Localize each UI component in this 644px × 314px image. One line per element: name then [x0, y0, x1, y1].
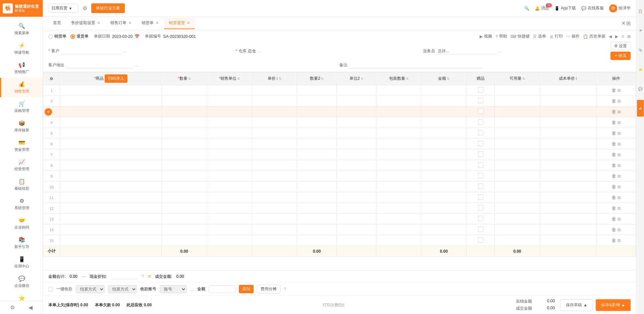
copy-row-icon[interactable]: ⧉ [618, 131, 621, 136]
right-panel-home[interactable]: 🏠 [637, 100, 644, 117]
price-cell[interactable] [252, 160, 297, 171]
unit-cell[interactable] [207, 192, 252, 203]
gift-checkbox[interactable] [478, 173, 483, 178]
price-cell[interactable] [252, 117, 297, 128]
price-cell[interactable] [252, 225, 297, 235]
search-menu-btn[interactable]: 🔍 [524, 6, 529, 11]
pkgqty-cell[interactable] [376, 139, 421, 149]
copy-row-icon[interactable]: ⧉ [618, 238, 621, 243]
copy-row-icon[interactable]: ⧉ [618, 206, 621, 211]
unit2-cell[interactable] [337, 192, 376, 203]
qty-cell[interactable] [162, 192, 207, 203]
sidebar-item-2[interactable]: 📢营销推广 [0, 58, 43, 78]
app-download-btn[interactable]: 📱 App下载 [554, 5, 576, 11]
qty2-cell[interactable] [297, 182, 337, 192]
message-btn[interactable]: 🔔 消息 70 [535, 5, 549, 11]
tab-home[interactable]: 首页 [48, 17, 66, 29]
pkgqty-cell[interactable] [376, 117, 421, 128]
amount-cell[interactable] [421, 149, 467, 160]
delete-row-icon[interactable]: 🗑 [611, 205, 616, 211]
copy-row-icon[interactable]: ⧉ [618, 174, 621, 179]
unit2-cell[interactable] [337, 182, 376, 192]
unit-cell[interactable] [207, 149, 252, 160]
online-service-btn[interactable]: 💬 在线客服 [581, 5, 604, 11]
product-cell[interactable] [60, 235, 162, 246]
collapse-icon[interactable]: ◀ [29, 304, 33, 311]
view-list-icon[interactable]: ≡ [622, 34, 624, 39]
unit-cell[interactable] [207, 96, 252, 107]
unit-cell[interactable] [207, 107, 252, 117]
qty-cell[interactable] [162, 149, 207, 160]
copy-row-icon[interactable]: ⧉ [618, 141, 621, 146]
calc-detail-select[interactable]: 结算方式 [108, 285, 137, 293]
gift-checkbox[interactable] [478, 151, 483, 157]
sidebar-item-14[interactable]: ⭐畅会员 [0, 292, 43, 301]
calc-method-select[interactable]: 结算方式 [76, 285, 105, 293]
unit-cell[interactable] [207, 160, 252, 171]
warehouse-dots[interactable]: … [257, 49, 261, 53]
copy-row-icon[interactable]: ⧉ [618, 216, 621, 222]
qty2-cell[interactable] [297, 117, 337, 128]
pkgqty-cell[interactable] [376, 225, 421, 235]
qty-cell[interactable] [162, 203, 207, 214]
unit-cell[interactable] [207, 225, 252, 235]
tab-sales-return[interactable]: 销货退货 ✕ [164, 17, 195, 29]
unit2-cell[interactable] [337, 85, 376, 96]
gift-cell[interactable] [467, 203, 495, 214]
gift-cell[interactable] [467, 235, 495, 246]
amount-cell[interactable] [421, 117, 467, 128]
print-action[interactable]: 🖨打印 [549, 34, 563, 39]
unit2-cell[interactable] [337, 235, 376, 246]
gift-checkbox[interactable] [478, 194, 483, 200]
close-all-tabs-btn[interactable]: ✕ [621, 20, 626, 26]
qty2-cell[interactable] [297, 139, 337, 149]
amount-cell[interactable] [421, 139, 467, 149]
delete-row-icon[interactable]: 🗑 [611, 216, 616, 222]
delete-row-icon[interactable]: 🗑 [611, 152, 616, 157]
product-cell[interactable] [60, 160, 162, 171]
split-help-icon[interactable]: ? [284, 287, 286, 292]
unit-cell[interactable] [207, 139, 252, 149]
copy-row-icon[interactable]: ⧉ [618, 99, 621, 104]
pkgqty-cell[interactable] [376, 203, 421, 214]
amount-cell[interactable] [421, 225, 467, 235]
gift-checkbox[interactable] [478, 227, 483, 232]
close-icon[interactable]: ✕ [97, 21, 100, 25]
copy-row-icon[interactable]: ⧉ [618, 195, 621, 200]
unit2-cell[interactable] [337, 139, 376, 149]
delete-row-icon[interactable]: 🗑 [611, 163, 616, 168]
pkgqty-cell[interactable] [376, 128, 421, 139]
delete-row-icon[interactable]: 🗑 [611, 141, 616, 146]
close-icon[interactable]: ✕ [187, 21, 190, 25]
price-cell[interactable] [252, 96, 297, 107]
delete-row-icon[interactable]: 🗑 [611, 87, 616, 93]
gift-cell[interactable] [467, 85, 495, 96]
unit2-cell[interactable] [337, 128, 376, 139]
gift-checkbox[interactable] [478, 162, 483, 168]
scan-btn[interactable]: 扫码录入 [105, 74, 127, 83]
product-cell[interactable] [60, 192, 162, 203]
delete-row-icon[interactable]: 🗑 [611, 109, 616, 114]
one-click-checkbox[interactable] [48, 287, 53, 292]
gift-checkbox[interactable] [478, 98, 483, 103]
gift-cell[interactable] [467, 96, 495, 107]
sidebar-item-8[interactable]: 📋基础信息 [0, 175, 43, 194]
gift-checkbox[interactable] [478, 205, 483, 210]
radio-sales-delivery[interactable]: 销货单 [48, 34, 66, 39]
qty2-cell[interactable] [297, 128, 337, 139]
copy-row-icon[interactable]: ⧉ [618, 88, 621, 93]
unit2-cell[interactable] [337, 107, 376, 117]
delete-row-icon[interactable]: 🗑 [611, 120, 616, 125]
pkgqty-cell[interactable] [376, 171, 421, 182]
gift-cell[interactable] [467, 171, 495, 182]
discount-input[interactable] [111, 274, 138, 279]
product-cell[interactable] [60, 117, 162, 128]
sidebar-item-11[interactable]: 📚新手引导 [0, 233, 43, 253]
right-panel-note[interactable]: 📋 [637, 3, 644, 19]
qty-cell[interactable] [162, 214, 207, 225]
logistics-btn[interactable]: + 物流 [610, 52, 631, 60]
save-new-btn[interactable]: 保存&新增 ▲ [596, 299, 631, 311]
gift-checkbox[interactable] [478, 184, 483, 189]
qty-cell[interactable] [162, 117, 207, 128]
qty-cell[interactable] [162, 235, 207, 246]
